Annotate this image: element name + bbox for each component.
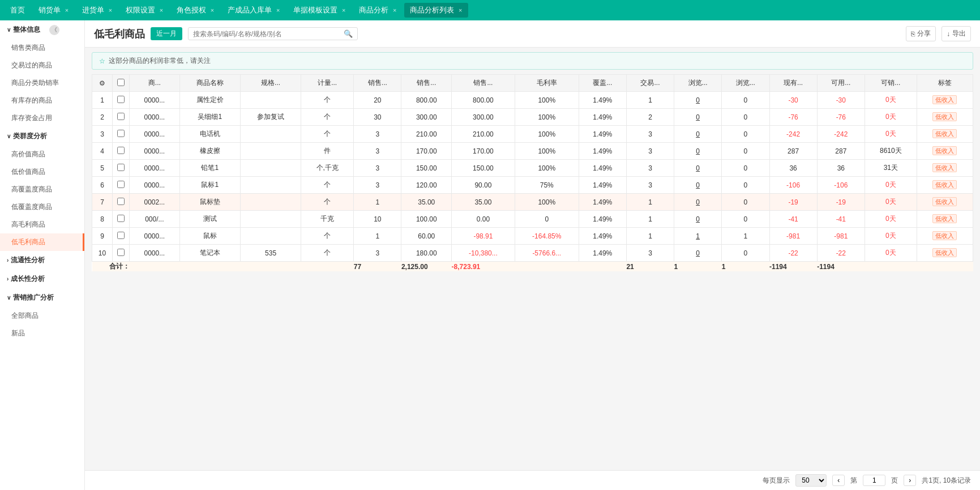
row-checkbox[interactable] — [117, 181, 125, 188]
cell-checkbox[interactable] — [113, 143, 130, 160]
col-sales-amount[interactable]: 销售... — [401, 75, 452, 92]
nav-close-sales[interactable]: × — [65, 7, 69, 14]
row-checkbox[interactable] — [117, 113, 125, 120]
sidebar-item-low-coverage[interactable]: 低覆盖度商品 — [0, 198, 84, 216]
cell-sales-amount: 35.00 — [401, 194, 452, 211]
sidebar-item-low-margin[interactable]: 低毛利商品 — [0, 233, 84, 251]
cell-sellable: 0天 — [865, 228, 917, 245]
col-views1[interactable]: 浏览... — [674, 75, 722, 92]
cell-views1[interactable]: 0 — [674, 126, 722, 143]
prev-page-btn[interactable]: ‹ — [832, 475, 845, 486]
col-checkbox[interactable] — [113, 75, 130, 92]
cell-checkbox[interactable] — [113, 126, 130, 143]
sidebar-item-high-margin[interactable]: 高毛利商品 — [0, 216, 84, 233]
search-icon[interactable]: 🔍 — [344, 29, 353, 38]
nav-close-list[interactable]: × — [459, 7, 462, 14]
col-spec[interactable]: 规格... — [240, 75, 301, 92]
nav-roles[interactable]: 角色授权 × — [171, 3, 220, 18]
row-checkbox[interactable] — [117, 198, 125, 205]
row-checkbox[interactable] — [117, 96, 125, 103]
cell-views1[interactable]: 1 — [674, 228, 722, 245]
main-content: 低毛利商品 近一月 🔍 ⎘ 分享 ↓ 导出 ☆ 这部分商品的利润非常低，请关注 — [85, 20, 980, 490]
cell-checkbox[interactable] — [113, 92, 130, 109]
nav-template-settings[interactable]: 单据模板设置 × — [288, 3, 351, 18]
col-coverage[interactable]: 覆盖... — [579, 75, 626, 92]
cell-checkbox[interactable] — [113, 245, 130, 262]
row-checkbox[interactable] — [117, 164, 125, 171]
settings-icon[interactable]: ⚙ — [99, 79, 105, 87]
col-settings[interactable]: ⚙ — [92, 75, 113, 92]
nav-home[interactable]: 首页 — [5, 3, 31, 18]
cell-views1[interactable]: 0 — [674, 143, 722, 160]
row-checkbox[interactable] — [117, 249, 125, 256]
row-checkbox[interactable] — [117, 215, 125, 222]
cell-checkbox[interactable] — [113, 177, 130, 194]
sidebar-group-growth[interactable]: › 成长性分析 — [0, 270, 84, 288]
row-checkbox[interactable] — [117, 130, 125, 137]
collapse-sidebar-btn[interactable]: 《 — [49, 25, 59, 35]
sidebar-item-sales-products[interactable]: 销售类商品 — [0, 39, 84, 57]
next-page-btn[interactable]: › — [904, 475, 916, 486]
nav-product-analysis[interactable]: 商品分析 × — [353, 3, 402, 18]
sidebar-item-new-products[interactable]: 新品 — [0, 325, 84, 342]
sidebar-item-category-rate[interactable]: 商品分类助销率 — [0, 74, 84, 92]
cell-checkbox[interactable] — [113, 228, 130, 245]
sidebar-group-marketing[interactable]: ∨ 营销推广分析 — [0, 288, 84, 307]
search-input[interactable] — [193, 30, 344, 38]
row-checkbox[interactable] — [117, 232, 125, 239]
nav-close-roles[interactable]: × — [211, 7, 214, 14]
cell-views1[interactable]: 0 — [674, 194, 722, 211]
nav-close-analysis[interactable]: × — [393, 7, 396, 14]
sidebar-group-overall[interactable]: ∨ 整体信息 — [0, 20, 47, 39]
nav-permissions[interactable]: 权限设置 × — [120, 3, 169, 18]
sidebar-item-low-value[interactable]: 低价值商品 — [0, 163, 84, 181]
nav-product-analysis-list[interactable]: 商品分析列表 × — [404, 3, 468, 18]
col-views2[interactable]: 浏览... — [722, 75, 769, 92]
cell-views1[interactable]: 0 — [674, 177, 722, 194]
cell-views1[interactable]: 0 — [674, 109, 722, 126]
sidebar-item-traded-products[interactable]: 交易过的商品 — [0, 57, 84, 74]
sidebar-group-cluster[interactable]: ∨ 类群度分析 — [0, 127, 84, 146]
select-all-checkbox[interactable] — [117, 79, 125, 86]
nav-purchase-order[interactable]: 进货单 × — [76, 3, 118, 18]
share-button[interactable]: ⎘ 分享 — [906, 26, 936, 41]
sidebar-item-all-products[interactable]: 全部商品 — [0, 307, 84, 325]
cell-checkbox[interactable] — [113, 211, 130, 228]
time-filter-button[interactable]: 近一月 — [151, 27, 182, 40]
col-sales-qty[interactable]: 销售... — [354, 75, 401, 92]
col-unit[interactable]: 计量... — [301, 75, 354, 92]
cell-checkbox[interactable] — [113, 109, 130, 126]
cell-checkbox[interactable] — [113, 194, 130, 211]
col-available[interactable]: 可用... — [817, 75, 865, 92]
col-trade-count[interactable]: 交易... — [626, 75, 674, 92]
col-sellable[interactable]: 可销... — [865, 75, 917, 92]
col-tag[interactable]: 标签 — [917, 75, 973, 92]
nav-close-stock[interactable]: × — [276, 7, 280, 14]
sidebar-item-high-value[interactable]: 高价值商品 — [0, 146, 84, 163]
cell-views1[interactable]: 0 — [674, 160, 722, 177]
sidebar-item-stock-products[interactable]: 有库存的商品 — [0, 92, 84, 109]
export-button[interactable]: ↓ 导出 — [942, 26, 971, 41]
col-sales-profit[interactable]: 销售... — [452, 75, 515, 92]
col-gross-margin[interactable]: 毛利率 — [515, 75, 579, 92]
per-page-select[interactable]: 50 100 200 — [795, 474, 827, 487]
nav-close-purchase[interactable]: × — [109, 7, 112, 14]
col-code[interactable]: 商... — [130, 75, 180, 92]
nav-close-template[interactable]: × — [342, 7, 345, 14]
sidebar-item-high-coverage[interactable]: 高覆盖度商品 — [0, 181, 84, 198]
col-current-stock[interactable]: 现有... — [769, 75, 817, 92]
row-checkbox[interactable] — [117, 147, 125, 154]
nav-sales-order[interactable]: 销货单 × — [33, 3, 74, 18]
col-name[interactable]: 商品名称 — [179, 75, 240, 92]
cell-sales-profit: 150.00 — [452, 160, 515, 177]
cell-views1[interactable]: 0 — [674, 245, 722, 262]
nav-product-stock[interactable]: 产成品入库单 × — [222, 3, 285, 18]
page-number-input[interactable] — [863, 475, 885, 486]
sidebar-item-stock-capital[interactable]: 库存资金占用 — [0, 109, 84, 127]
sidebar-group-liquidity[interactable]: › 流通性分析 — [0, 251, 84, 270]
cell-views1[interactable]: 0 — [674, 92, 722, 109]
cell-checkbox[interactable] — [113, 160, 130, 177]
footer-empty5 — [515, 262, 579, 272]
cell-views1[interactable]: 0 — [674, 211, 722, 228]
nav-close-perms[interactable]: × — [160, 7, 163, 14]
